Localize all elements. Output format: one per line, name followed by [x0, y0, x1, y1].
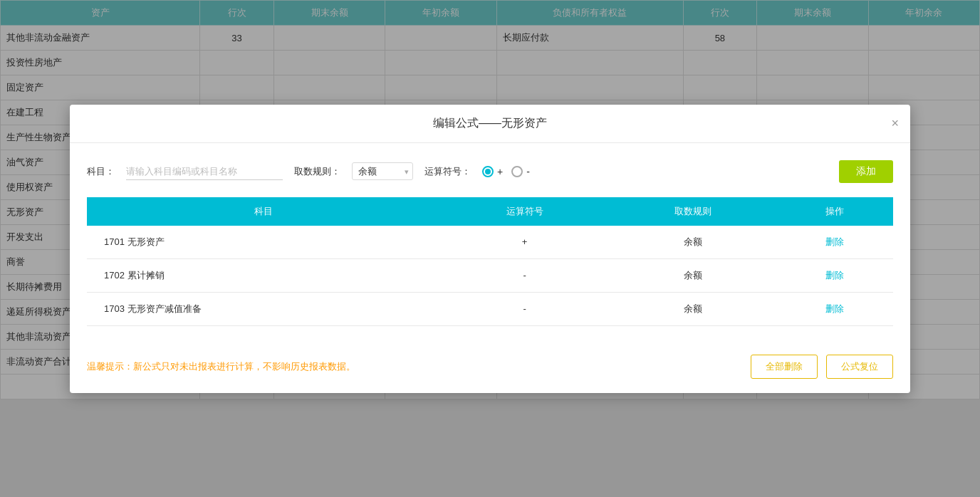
- delete-row-button[interactable]: 删除: [825, 303, 844, 315]
- cell-action: 删除: [777, 226, 893, 259]
- table-header-action: 操作: [777, 197, 893, 226]
- operator-minus-radio[interactable]: -: [511, 166, 530, 177]
- radio-minus-circle: [511, 166, 523, 177]
- modal-footer: 温馨提示：新公式只对未出报表进行计算，不影响历史报表数据。 全部删除 公式复位: [70, 343, 910, 393]
- rule-select[interactable]: 余额 借方 贷方 借方累计 贷方累计: [352, 162, 413, 180]
- table-header-operator: 运算符号: [440, 197, 608, 226]
- delete-row-button[interactable]: 删除: [825, 236, 844, 248]
- cell-subject: 1703 无形资产减值准备: [87, 292, 440, 325]
- cell-subject: 1702 累计摊销: [87, 258, 440, 292]
- delete-all-button[interactable]: 全部删除: [751, 355, 818, 379]
- formula-table: 科目 运算符号 取数规则 操作 1701 无形资产+余额删除1702 累计摊销-…: [87, 197, 893, 326]
- footer-tip: 温馨提示：新公式只对未出报表进行计算，不影响历史报表数据。: [87, 360, 355, 373]
- radio-plus-circle: [482, 166, 494, 177]
- rule-label: 取数规则：: [294, 165, 340, 178]
- delete-row-button[interactable]: 删除: [825, 269, 844, 282]
- cell-operator: +: [440, 226, 608, 259]
- rule-select-wrapper: 余额 借方 贷方 借方累计 贷方累计: [352, 162, 413, 180]
- table-header-subject: 科目: [87, 197, 440, 226]
- cell-rule: 余额: [609, 226, 777, 259]
- cell-rule: 余额: [609, 258, 777, 292]
- cell-rule: 余额: [609, 292, 777, 325]
- table-row: 1701 无形资产+余额删除: [87, 226, 893, 259]
- cell-subject: 1701 无形资产: [87, 226, 440, 259]
- operator-plus-radio[interactable]: +: [482, 166, 503, 177]
- cell-operator: -: [440, 258, 608, 292]
- cell-action: 删除: [777, 292, 893, 325]
- formula-form: 科目： 取数规则： 余额 借方 贷方 借方累计 贷方累计 运算符号：: [87, 160, 893, 183]
- edit-formula-modal: 编辑公式——无形资产 × 科目： 取数规则： 余额 借方 贷方 借方累计 贷方累…: [70, 105, 910, 393]
- subject-input[interactable]: [126, 163, 283, 180]
- modal-overlay: 编辑公式——无形资产 × 科目： 取数规则： 余额 借方 贷方 借方累计 贷方累…: [0, 0, 980, 497]
- subject-label: 科目：: [87, 165, 115, 178]
- modal-header: 编辑公式——无形资产 ×: [70, 105, 910, 143]
- operator-group: + -: [482, 166, 530, 177]
- modal-body: 科目： 取数规则： 余额 借方 贷方 借方累计 贷方累计 运算符号：: [70, 143, 910, 343]
- operator-plus-label: +: [497, 166, 503, 177]
- footer-buttons: 全部删除 公式复位: [751, 355, 893, 379]
- add-button[interactable]: 添加: [839, 160, 893, 183]
- table-row: 1703 无形资产减值准备-余额删除: [87, 292, 893, 325]
- cell-operator: -: [440, 292, 608, 325]
- table-row: 1702 累计摊销-余额删除: [87, 258, 893, 292]
- cell-action: 删除: [777, 258, 893, 292]
- modal-title: 编辑公式——无形资产: [433, 117, 547, 129]
- operator-label: 运算符号：: [424, 165, 471, 178]
- table-header-rule: 取数规则: [609, 197, 777, 226]
- formula-reset-button[interactable]: 公式复位: [826, 355, 893, 379]
- operator-minus-label: -: [526, 166, 530, 177]
- modal-close-button[interactable]: ×: [891, 117, 899, 130]
